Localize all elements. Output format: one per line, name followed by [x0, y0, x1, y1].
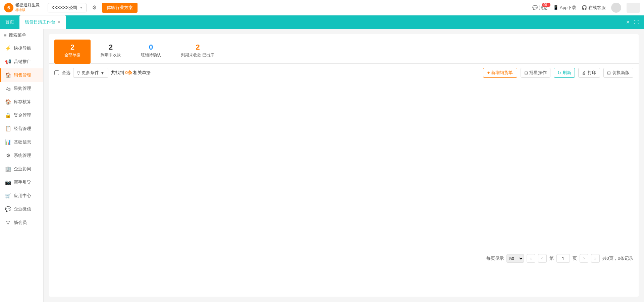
tab-close-icon[interactable]: ✕ — [57, 20, 61, 24]
member-icon: ▽ — [5, 220, 11, 226]
inventory-icon: 🏠 — [5, 99, 11, 105]
stat-shipped-label: 到期未收款 已出库 — [181, 52, 214, 58]
sidebar-item-label: 销售管理 — [14, 72, 31, 78]
batch-icon: ⊞ — [524, 70, 528, 75]
toolbar: 全选 ▽ 更多条件 ▼ 共找到 0条 相关单据 + 新增销货单 ⊞ 批量操作 — [49, 64, 639, 82]
app-download-button[interactable]: 📱 App下载 — [553, 5, 576, 11]
select-all-checkbox[interactable] — [54, 70, 59, 75]
toolbar-left: 全选 ▽ 更多条件 ▼ 共找到 0条 相关单据 — [54, 68, 480, 78]
sidebar-item-quick-nav[interactable]: ⚡ 快捷导航 — [0, 42, 43, 55]
batch-label: 批量操作 — [529, 70, 547, 76]
sidebar-item-label: 应用中心 — [14, 193, 31, 199]
message-button[interactable]: 💬 消息 99+ — [532, 5, 548, 11]
settings-button[interactable]: ⚙ — [89, 3, 99, 13]
sidebar-item-inventory[interactable]: 🏠 库存核算 — [0, 95, 43, 109]
print-label: 打印 — [588, 70, 596, 76]
quick-nav-icon: ⚡ — [5, 45, 11, 51]
filter-dropdown-icon: ▼ — [100, 70, 105, 75]
newbie-icon: 📷 — [5, 179, 11, 185]
pagination: 每页显示 50 10 20 100 « < 第 页 > » 共0页，0条记录 — [49, 250, 639, 267]
service-icon: 🎧 — [582, 5, 587, 10]
tab-expand-icon[interactable]: ⛶ — [632, 18, 641, 26]
switch-version-button[interactable]: ⊟ 切换新版 — [603, 68, 633, 78]
sidebar-item-label: 畅会员 — [14, 220, 27, 226]
search-menu-item[interactable]: ≡ 搜索菜单 — [0, 29, 43, 42]
tab-workspace[interactable]: 钱货日清工作台 ✕ — [19, 15, 66, 29]
found-text: 共找到 0条 相关单据 — [111, 70, 151, 76]
print-button[interactable]: 🖨 打印 — [578, 68, 600, 78]
refresh-label: 刷新 — [562, 70, 571, 76]
sidebar-item-sales[interactable]: 🏠 销售管理 — [0, 68, 43, 82]
stat-tab-pending[interactable]: 0 旺铺待确认 — [131, 40, 171, 64]
sidebar-item-marketing[interactable]: 📢 营销推广 — [0, 55, 43, 68]
stat-shipped-number: 2 — [196, 43, 200, 52]
filter-icon: ▽ — [77, 70, 80, 75]
sidebar-item-label: 库存核算 — [14, 99, 31, 105]
prev-page-button[interactable]: < — [538, 254, 547, 263]
online-service-button[interactable]: 🎧 在线客服 — [582, 5, 606, 11]
page-label: 第 — [549, 255, 554, 261]
per-page-select[interactable]: 50 10 20 100 — [506, 254, 524, 263]
data-table-area — [49, 82, 639, 250]
select-all-label: 全选 — [62, 70, 70, 76]
sidebar-item-app-center[interactable]: 🛒 应用中心 — [0, 189, 43, 202]
purchase-icon: 🛍 — [5, 85, 11, 92]
tab-home[interactable]: 首页 — [0, 15, 19, 29]
stat-pending-number: 0 — [149, 43, 153, 52]
last-page-button[interactable]: » — [591, 254, 600, 263]
dropdown-arrow-icon: ▼ — [79, 6, 83, 9]
main-content: 2 全部单据 2 到期未收款 0 旺铺待确认 2 到期未收款 已出库 全选 — [44, 29, 644, 302]
sidebar-item-newbie[interactable]: 📷 新手引导 — [0, 176, 43, 189]
sidebar-item-operations[interactable]: 📋 经营管理 — [0, 122, 43, 135]
company-name: XXXXXX公司 — [51, 5, 77, 11]
first-page-button[interactable]: « — [527, 254, 535, 263]
add-sales-order-button[interactable]: + 新增销货单 — [483, 68, 517, 78]
company-selector[interactable]: XXXXXX公司 ▼ — [48, 3, 87, 12]
online-service-label: 在线客服 — [588, 5, 606, 11]
sidebar-item-label: 基础信息 — [14, 139, 31, 145]
sidebar-item-finance[interactable]: 🔒 资金管理 — [0, 109, 43, 122]
system-icon: ⚙ — [5, 153, 11, 159]
found-count: 0条 — [125, 70, 132, 75]
search-menu-label: 搜索菜单 — [9, 32, 26, 38]
sidebar-item-weixin[interactable]: 💬 企业微信 — [0, 202, 43, 216]
avatar[interactable] — [611, 3, 621, 13]
tab-close-all-icon[interactable]: ✕ — [624, 18, 632, 26]
stat-tab-overdue[interactable]: 2 到期未收款 — [91, 40, 131, 64]
stat-tab-shipped[interactable]: 2 到期未收款 已出库 — [171, 40, 224, 64]
found-suffix: 相关单据 — [133, 70, 151, 75]
logo-icon: 6 — [4, 3, 13, 12]
tab-home-label: 首页 — [5, 19, 14, 25]
more-filters-button[interactable]: ▽ 更多条件 ▼ — [73, 68, 108, 78]
stat-tab-all[interactable]: 2 全部单据 — [54, 40, 91, 64]
toolbar-right: + 新增销货单 ⊞ 批量操作 ↻ 刷新 🖨 打印 ⊟ 切换新版 — [483, 68, 633, 78]
sidebar-item-label: 经营管理 — [14, 126, 31, 132]
message-icon: 💬 — [532, 5, 538, 10]
sidebar: ≡ 搜索菜单 ⚡ 快捷导航 📢 营销推广 🏠 销售管理 🛍 采购管理 🏠 库存核… — [0, 29, 44, 302]
tab-bar-actions: ✕ ⛶ — [624, 18, 644, 26]
sidebar-item-label: 快捷导航 — [14, 45, 31, 51]
next-page-button[interactable]: > — [580, 254, 588, 263]
per-page-label: 每页显示 — [486, 255, 504, 261]
search-icon: ≡ — [4, 33, 7, 38]
refresh-button[interactable]: ↻ 刷新 — [554, 68, 575, 78]
sidebar-item-system[interactable]: ⚙ 系统管理 — [0, 149, 43, 162]
sidebar-item-label: 营销推广 — [14, 59, 31, 65]
sidebar-item-basic-info[interactable]: 📊 基础信息 — [0, 135, 43, 149]
experience-button[interactable]: 体验行业方案 — [102, 3, 138, 13]
batch-operation-button[interactable]: ⊞ 批量操作 — [521, 68, 550, 78]
content-card: 2 全部单据 2 到期未收款 0 旺铺待确认 2 到期未收款 已出库 全选 — [49, 34, 639, 297]
tab-workspace-label: 钱货日清工作台 — [25, 19, 55, 25]
sidebar-item-enterprise[interactable]: 🏢 企业协同 — [0, 162, 43, 176]
basic-info-icon: 📊 — [5, 139, 11, 145]
page-input[interactable] — [556, 254, 570, 263]
refresh-icon: ↻ — [557, 70, 561, 75]
stat-all-number: 2 — [70, 43, 74, 52]
sidebar-item-label: 新手引导 — [14, 179, 31, 185]
tab-bar: 首页 钱货日清工作台 ✕ ✕ ⛶ — [0, 15, 644, 29]
sidebar-item-member[interactable]: ▽ 畅会员 — [0, 216, 43, 229]
avatar-extra[interactable] — [627, 3, 640, 13]
finance-icon: 🔒 — [5, 112, 11, 118]
sidebar-item-purchase[interactable]: 🛍 采购管理 — [0, 82, 43, 95]
sales-icon: 🏠 — [5, 72, 11, 78]
